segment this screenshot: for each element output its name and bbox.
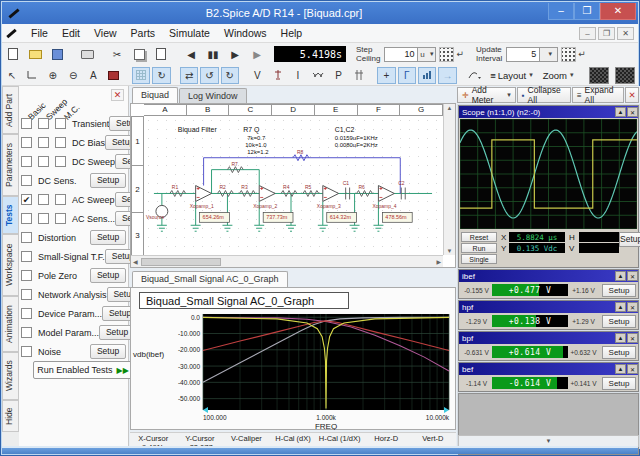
sidebar-tab-add-part[interactable]: Add Part [2,86,19,134]
checkbox[interactable] [21,289,32,300]
checkbox-checked[interactable]: ✔ [21,194,32,205]
menu-windows[interactable]: Windows [217,25,274,41]
add-meter-button[interactable]: ✛Add Meter▾ [457,87,516,103]
current-probe-button[interactable] [309,67,327,84]
checkbox[interactable] [21,232,32,243]
maximize-button[interactable]: ❐ [574,3,600,20]
checkbox[interactable] [38,118,49,129]
tab-biquad[interactable]: Biquad [132,87,178,103]
sim-pause-button[interactable]: ▮▮ [203,46,223,63]
checkbox[interactable] [21,175,32,186]
rotate-button[interactable]: ↻ [152,67,170,84]
bitmap-view-button-2[interactable] [615,67,635,84]
zoom-dropdown[interactable]: Zoom▾ [538,68,579,83]
corner-wire-button[interactable]: Γ [398,67,416,84]
zoom-in-button[interactable]: ⊕ [44,67,62,84]
mdi-minimize-button[interactable]: – [579,27,596,40]
scope-run-button[interactable]: Run [461,243,497,253]
tab-log-window[interactable]: Log Window [179,88,247,103]
menu-edit[interactable]: Edit [55,25,87,41]
checkbox[interactable] [55,156,66,167]
checkbox[interactable] [21,327,32,338]
checkbox[interactable] [21,346,32,357]
meter-title-bar[interactable]: hpf ▲✕ [459,301,638,313]
checkbox[interactable] [55,194,66,205]
part-browser-button[interactable] [105,67,123,84]
scroll-down-icon[interactable]: ▼ [447,248,453,254]
checkbox[interactable] [21,118,32,129]
scope-single-button[interactable]: Single [461,254,497,264]
update-interval-input[interactable]: 5 [506,47,540,62]
mirror-right-button[interactable]: ↻ [221,67,239,84]
close-window-icon[interactable]: ✕ [627,364,638,374]
checkbox[interactable] [38,137,49,148]
flip-horizontal-button[interactable]: ⇄ [180,67,198,84]
meter-title-bar[interactable]: bef ▲✕ [459,363,638,375]
meter-title-bar[interactable]: bpf ▲✕ [459,332,638,344]
sidebar-tab-workspace[interactable]: Workspace [2,234,19,296]
chart-tool-button[interactable] [418,67,436,84]
close-button[interactable]: ✕ [600,3,636,20]
paste-button[interactable] [151,46,171,63]
sim-step-button[interactable]: ▶ [225,46,245,63]
bitmap-view-button-1[interactable] [589,67,609,84]
scope-title-bar[interactable]: Scope (n1:1,0) (n2:-0) ▲✕ [459,106,638,118]
meter-setup-button[interactable]: Setup [602,284,636,297]
text-tool-button[interactable]: A [84,67,102,84]
checkbox[interactable] [38,156,49,167]
meter-setup-button[interactable]: Setup [602,346,636,359]
voltmeter-button[interactable]: V [248,67,266,84]
update-interval-options-button[interactable] [561,47,576,62]
grid-toggle-button[interactable] [132,67,150,84]
select-cursor-button[interactable]: ↖ [3,67,21,84]
scope-reset-button[interactable]: Reset [461,232,497,242]
collapse-all-button[interactable]: ▪Collapse All [517,87,571,103]
collapse-window-icon[interactable]: ▲ [615,107,626,117]
schematic-horizontal-scrollbar[interactable]: ◀ ▶ [131,255,443,267]
layout-dropdown[interactable]: ≡Layout▾ [485,68,538,83]
collapse-window-icon[interactable]: ▲ [615,302,626,312]
checkbox[interactable] [55,118,66,129]
checkbox[interactable] [38,194,49,205]
meters-close-button[interactable]: ✕ [625,87,639,103]
tab-ac-graph[interactable]: Biquad_Small Signal AC_0_Graph [132,271,288,287]
crosshair-tool-button[interactable]: + [377,67,395,84]
panel-close-button[interactable]: ✕ [111,89,124,101]
scroll-left-icon[interactable]: ◀ [133,258,138,265]
cut-button[interactable]: ✂ [107,46,127,63]
update-interval-dropdown[interactable]: ▾ [540,47,558,62]
menu-file[interactable]: File [24,25,55,41]
checkbox[interactable] [21,137,32,148]
schematic-canvas[interactable]: Biquad Filter R7 Q 7k=0.7 10k=1.0 12k=1.… [144,116,443,256]
save-button[interactable] [47,46,67,63]
close-window-icon[interactable]: ✕ [627,333,638,343]
sim-back-button[interactable]: ◀ [181,46,201,63]
arrow-tool-button[interactable]: → [438,67,456,84]
sim-run-button[interactable]: ▶ [247,46,267,63]
checkbox[interactable] [21,270,32,281]
checkbox[interactable] [21,156,32,167]
checkbox[interactable] [55,137,66,148]
setup-button[interactable]: Setup [90,173,126,188]
step-ceiling-input[interactable]: 10 [384,47,418,62]
ammeter-button[interactable]: I [289,67,307,84]
schematic-vertical-scrollbar[interactable]: ▲ ▼ [443,104,455,255]
checkbox[interactable] [21,213,32,224]
setup-button[interactable]: Setup [90,344,126,359]
setup-button[interactable]: Setup [90,230,126,245]
checkbox[interactable] [21,308,32,319]
close-window-icon[interactable]: ✕ [627,271,638,281]
expand-all-button[interactable]: ≡Expand All [572,87,624,103]
bode-plot[interactable]: 0.0-10.000-20.000-30.000-40.000-50.00010… [167,312,453,430]
minimize-button[interactable]: – [548,3,574,20]
scope-setup-button[interactable]: Setup [619,232,640,247]
sidebar-tab-animation[interactable]: Animation [2,296,19,352]
sidebar-tab-tests[interactable]: Tests [2,196,19,234]
mirror-left-button[interactable]: ↺ [200,67,218,84]
menu-simulate[interactable]: Simulate [162,25,217,41]
zoom-out-button[interactable]: ⊖ [64,67,82,84]
collapse-window-icon[interactable]: ▲ [615,364,626,374]
step-ceiling-options-button[interactable] [439,47,454,62]
open-file-button[interactable] [25,46,45,63]
checkbox[interactable] [21,251,32,262]
